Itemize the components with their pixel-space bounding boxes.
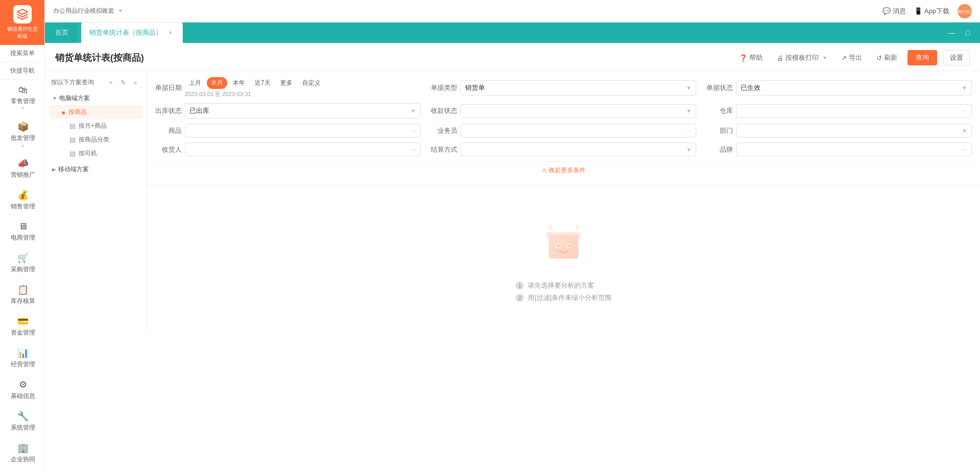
workspace-selector[interactable]: 办公用品行业模拟账套 bbox=[53, 7, 122, 15]
sidebar-item-guide[interactable]: 📖 新手引导 bbox=[0, 469, 44, 472]
date-control: 上月 本月 本年 近7天 更多 自定义 2023-03-01 至 bbox=[185, 77, 421, 98]
basic-label: 基础信息 bbox=[11, 392, 35, 400]
sidebar-item-ecom[interactable]: 🖥 电商管理 bbox=[0, 216, 44, 247]
scheme-active-icon: ● bbox=[61, 108, 65, 116]
doc-type-label: 单据类型 bbox=[431, 83, 457, 92]
consignee-dots-icon: ··· bbox=[411, 146, 416, 153]
app-subtitle: 标版 bbox=[17, 33, 28, 40]
enterprise-icon: 🏢 bbox=[17, 442, 29, 454]
search-menu-item[interactable]: 搜索菜单 bbox=[0, 45, 44, 62]
add-scheme-btn[interactable]: + bbox=[106, 77, 116, 87]
salesperson-input[interactable]: ··· bbox=[460, 124, 696, 137]
ecom-label: 电商管理 bbox=[11, 233, 35, 242]
topbar-left: 办公用品行业模拟账套 bbox=[53, 7, 876, 15]
user-avatar[interactable]: demo2 bbox=[958, 4, 972, 18]
quick-nav-item[interactable]: 快捷导航 bbox=[0, 62, 44, 80]
settlement-control[interactable]: ▼ bbox=[460, 143, 696, 156]
settlement-value bbox=[465, 146, 686, 153]
sidebar: 畅捷通好生意 标版 搜索菜单 快捷导航 🛍 零售管理 ▼ 📦 批发管理 ▲ 📣 … bbox=[0, 0, 45, 472]
edit-scheme-btn[interactable]: ✎ bbox=[118, 77, 128, 87]
export-btn[interactable]: ↗ 导出 bbox=[837, 51, 866, 64]
date-btn-last-month[interactable]: 上月 bbox=[185, 77, 205, 89]
scheme-item-month-goods[interactable]: ▤ 按月+商品 bbox=[49, 119, 142, 133]
warehouse-input[interactable]: ··· bbox=[736, 104, 972, 118]
tab-close-btn[interactable]: × bbox=[166, 29, 175, 37]
app-download-label: App下载 bbox=[924, 7, 949, 16]
scheme-item-goods-category[interactable]: ▤ 按商品分类 bbox=[49, 133, 142, 147]
sidebar-item-system[interactable]: 🔧 系统管理 bbox=[0, 406, 44, 437]
date-btn-this-month[interactable]: 本月 bbox=[207, 77, 227, 89]
query-btn[interactable]: 查询 bbox=[908, 50, 937, 65]
brand-input[interactable]: ··· bbox=[736, 143, 972, 156]
wholesale-icon: 📦 bbox=[17, 121, 29, 132]
out-status-control[interactable]: 已出库 ▼ bbox=[185, 103, 421, 119]
driver-icon: ▤ bbox=[69, 150, 76, 157]
brand-control[interactable]: ··· bbox=[736, 143, 972, 156]
receipt-status-label: 收款状态 bbox=[431, 106, 457, 115]
doc-status-control[interactable]: 已生效 ▼ bbox=[736, 80, 972, 96]
minimize-btn[interactable]: — bbox=[945, 27, 958, 39]
svg-rect-0 bbox=[549, 235, 578, 259]
filter-panel: 单据日期 上月 本月 本年 近7天 更多 bbox=[147, 71, 980, 185]
app-logo[interactable]: 畅捷通好生意 标版 bbox=[0, 0, 44, 45]
svg-line-7 bbox=[547, 226, 550, 228]
sidebar-item-marketing[interactable]: 📣 营销推广 bbox=[0, 153, 44, 184]
settings-btn[interactable]: 设置 bbox=[943, 50, 970, 65]
home-tab[interactable]: 首页 bbox=[45, 22, 79, 43]
settlement-select[interactable]: ▼ bbox=[460, 143, 696, 156]
active-tab[interactable]: 销货单统计表（按商品） × bbox=[81, 22, 183, 43]
sidebar-item-enterprise[interactable]: 🏢 企业协同 bbox=[0, 437, 44, 469]
home-tab-label: 首页 bbox=[55, 28, 68, 37]
scheme-item-driver[interactable]: ▤ 按司机 bbox=[49, 147, 142, 160]
doc-status-label: 单据状态 bbox=[706, 83, 733, 92]
topbar-right: 💬 消息 📱 App下载 demo2 bbox=[883, 4, 972, 18]
page-inner: 销货单统计表(按商品) ❓ 帮助 🖨 按模板打印 ↗ 导出 bbox=[45, 43, 980, 472]
receipt-status-select[interactable]: ▼ bbox=[460, 104, 696, 118]
filter-receipt-status-field: 收款状态 ▼ bbox=[431, 103, 696, 119]
sidebar-item-purchase[interactable]: 🛒 采购管理 bbox=[0, 247, 44, 279]
message-btn[interactable]: 💬 消息 bbox=[883, 7, 906, 16]
goods-label: 商品 bbox=[155, 126, 182, 135]
doc-type-control[interactable]: 销货单 ▼ bbox=[460, 80, 696, 96]
sidebar-item-basic[interactable]: ⚙ 基础信息 bbox=[0, 374, 44, 406]
refresh-label: 刷新 bbox=[884, 53, 897, 62]
goods-input[interactable]: ··· bbox=[185, 124, 421, 137]
page-content: 销货单统计表(按商品) ❓ 帮助 🖨 按模板打印 ↗ 导出 bbox=[45, 43, 980, 472]
warehouse-control[interactable]: ··· bbox=[736, 104, 972, 118]
app-name: 畅捷通好生意 bbox=[7, 26, 38, 33]
doc-status-select[interactable]: 已生效 ▼ bbox=[736, 80, 972, 96]
maximize-btn[interactable]: □ bbox=[962, 27, 974, 39]
desktop-section-header[interactable]: ▼ 电脑端方案 bbox=[49, 91, 142, 105]
refresh-btn[interactable]: ↺ 刷新 bbox=[872, 51, 901, 64]
department-control[interactable]: ▼ bbox=[736, 124, 972, 137]
sidebar-item-retail[interactable]: 🛍 零售管理 ▼ bbox=[0, 80, 44, 116]
sidebar-item-wholesale[interactable]: 📦 批发管理 ▲ bbox=[0, 116, 44, 153]
goods-control[interactable]: ··· bbox=[185, 124, 421, 137]
empty-tips: 1 请先选择要分析的方案 2 用[过滤]条件来缩小分析范围 bbox=[516, 281, 611, 302]
salesperson-control[interactable]: ··· bbox=[460, 124, 696, 137]
date-btn-more[interactable]: 更多 bbox=[276, 77, 297, 89]
sidebar-item-operations[interactable]: 📊 经营管理 bbox=[0, 342, 44, 374]
date-btn-custom[interactable]: 自定义 bbox=[298, 77, 325, 89]
receipt-status-control[interactable]: ▼ bbox=[460, 104, 696, 118]
date-btn-7days[interactable]: 近7天 bbox=[251, 77, 275, 89]
sidebar-item-sales[interactable]: 💰 销售管理 bbox=[0, 184, 44, 216]
consignee-input[interactable]: ··· bbox=[185, 143, 421, 156]
sidebar-item-inventory[interactable]: 📋 库存核算 bbox=[0, 279, 44, 311]
template-print-btn[interactable]: 🖨 按模板打印 bbox=[773, 51, 831, 64]
department-select[interactable]: ▼ bbox=[736, 124, 972, 137]
out-status-select[interactable]: 已出库 ▼ bbox=[185, 103, 421, 119]
mobile-section-header[interactable]: ▶ 移动端方案 bbox=[49, 162, 142, 176]
collapse-panel-btn[interactable]: « bbox=[130, 77, 140, 87]
system-label: 系统管理 bbox=[11, 423, 35, 432]
app-download-btn[interactable]: 📱 App下载 bbox=[914, 7, 949, 16]
doc-type-select[interactable]: 销货单 ▼ bbox=[460, 80, 696, 96]
sidebar-item-finance[interactable]: 💳 资金管理 bbox=[0, 311, 44, 342]
filter-goods-field: 商品 ··· bbox=[155, 124, 421, 137]
logo-icon bbox=[13, 5, 32, 23]
collapse-more-filters-btn[interactable]: ∧ 收起更多条件 bbox=[155, 161, 972, 179]
help-btn[interactable]: ❓ 帮助 bbox=[735, 51, 767, 64]
date-btn-this-year[interactable]: 本年 bbox=[229, 77, 249, 89]
scheme-item-goods[interactable]: ● 按商品 bbox=[49, 105, 142, 119]
consignee-control[interactable]: ··· bbox=[185, 143, 421, 156]
